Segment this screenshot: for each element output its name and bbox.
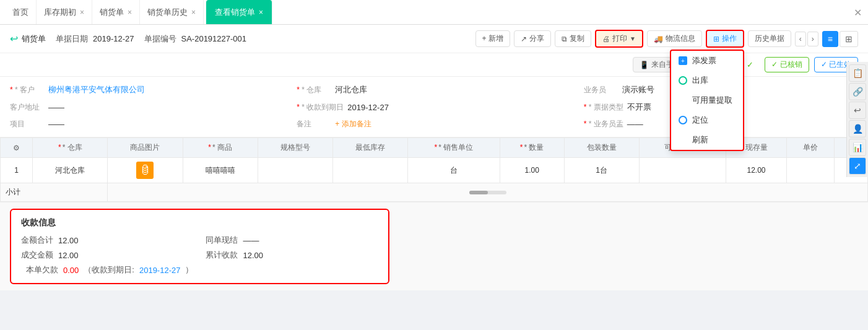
print-icon: 🖨	[602, 35, 610, 43]
row-min-stock	[332, 158, 407, 183]
dropdown-item-locate[interactable]: 定位	[671, 110, 743, 130]
col-product: * 商品	[183, 138, 258, 158]
payment-grid: 金额合计 12.00 同单现结 —— 成交金额 12.00 累计收款 12.00	[21, 235, 378, 276]
close-tab-sales[interactable]: ×	[128, 8, 132, 17]
subtotal-label: 小计	[1, 183, 108, 202]
total-amount-label: 金额合计	[21, 235, 53, 246]
invoice-icon: +	[679, 56, 687, 65]
bottom-area: 收款信息 金额合计 12.00 同单现结 —— 成交金额 12.00 累计收款 …	[0, 202, 868, 290]
project-label: 项目	[10, 119, 45, 129]
panel-btn-1[interactable]: 📋	[849, 64, 866, 82]
window-close-button[interactable]: ✕	[854, 6, 862, 18]
done1-button[interactable]: ✓ 已核销	[765, 57, 809, 72]
share-button[interactable]: ↗ 分享	[514, 30, 551, 47]
panel-btn-5[interactable]: 📊	[849, 139, 866, 156]
add-note-button[interactable]: + 添加备注	[335, 119, 371, 129]
next-button[interactable]: ›	[807, 32, 818, 46]
deal-amount-value: 12.00	[58, 251, 79, 260]
list-view-button[interactable]: ≡	[822, 31, 838, 47]
col-settings[interactable]: ⚙	[1, 138, 33, 158]
current-owed-value: 0.00	[63, 266, 79, 275]
copy-button[interactable]: ⧉ 复制	[555, 30, 591, 47]
row-index: 1	[1, 158, 33, 183]
due-date-value: 2019-12-27	[347, 103, 389, 112]
phone-icon: 📱	[640, 61, 649, 69]
doc-header: ↩ 销货单 单据日期 2019-12-27 单据编号 SA-20191227-0…	[0, 25, 868, 53]
row-pack-qty[interactable]: 1台	[564, 158, 639, 183]
salesman-label: 业务员	[584, 85, 618, 95]
toolbar: + 新增 ↗ 分享 ⧉ 复制 🖨 打印 ▼ 🚚 物流信息 ⊞ 操作	[475, 30, 858, 48]
row-warehouse[interactable]: 河北仓库	[33, 158, 108, 183]
dropdown-item-outbound[interactable]: 出库	[671, 71, 743, 90]
doc-icon: ↩	[10, 33, 18, 45]
due-date-field: * 收款到期日 2019-12-27	[297, 102, 571, 113]
salesman2-label: * 业务员盂	[584, 119, 623, 129]
panel-btn-2[interactable]: 🔗	[849, 83, 866, 100]
locate-icon	[679, 116, 687, 124]
history-button[interactable]: 历史单据	[748, 30, 791, 47]
col-price: 单价	[787, 138, 834, 158]
print-button[interactable]: 🖨 打印 ▼	[595, 30, 643, 48]
customer-field: * 客户 柳州粤港平安气体有限公司	[10, 84, 284, 95]
deal-amount-item: 成交金额 12.00	[21, 250, 193, 261]
right-panel: 📋 🔗 ↩ 👤 📊 ⤢	[846, 62, 868, 177]
close-tab-sales-history[interactable]: ×	[191, 8, 196, 17]
add-button[interactable]: + 新增	[475, 30, 510, 47]
total-amount-value: 12.00	[58, 236, 79, 245]
grid-view-button[interactable]: ⊞	[840, 31, 858, 47]
subtotal-row: 小计	[1, 183, 868, 202]
tab-sales[interactable]: 销货单 ×	[92, 0, 140, 24]
logistics-button[interactable]: 🚚 物流信息	[647, 30, 702, 47]
customer-value[interactable]: 柳州粤港平安气体有限公司	[48, 84, 145, 95]
tab-view-sales[interactable]: 查看销货单 ×	[206, 0, 272, 24]
col-qty: * 数量	[500, 138, 564, 158]
same-order-value: ——	[243, 236, 259, 245]
logistics-icon: 🚚	[654, 35, 663, 43]
table-row: 1 河北仓库 🛢 嘻嘻嘻嘻 台 1.00 1台 12.00 0.	[1, 158, 868, 183]
close-tab-inventory[interactable]: ×	[80, 8, 84, 17]
col-warehouse: * 仓库	[33, 138, 108, 158]
dropdown-item-available[interactable]: 可用量提取	[671, 90, 743, 110]
panel-btn-4[interactable]: 👤	[849, 120, 866, 137]
dropdown-item-refresh[interactable]: 刷新	[671, 130, 743, 150]
ticket-type-label: * 票据类型	[584, 102, 623, 113]
address-value: ——	[48, 103, 64, 112]
prev-button[interactable]: ‹	[795, 32, 806, 46]
ticket-type-value: 不开票	[627, 102, 651, 113]
copy-icon: ⧉	[562, 35, 567, 43]
address-label: 客户地址	[10, 102, 45, 113]
total-collected-item: 累计收款 12.00	[206, 250, 378, 261]
payment-title: 收款信息	[21, 217, 378, 228]
current-owed-label: 本单欠款	[26, 264, 58, 276]
nav-arrows: ‹ ›	[795, 32, 818, 46]
panel-btn-3[interactable]: ↩	[849, 102, 866, 119]
project-field: 项目 ——	[10, 119, 284, 129]
tab-sales-history[interactable]: 销货单历史 ×	[140, 0, 204, 24]
expand-button[interactable]: ⤢	[849, 157, 866, 175]
dropdown-item-invoice[interactable]: + 添发票	[671, 51, 743, 71]
tab-bar: 首页 库存期初 × 销货单 × 销货单历史 × 查看销货单 × ✕	[0, 0, 868, 25]
row-price[interactable]	[787, 158, 834, 183]
settings-icon: ⚙	[13, 144, 20, 152]
view-toggle: ≡ ⊞	[822, 31, 858, 47]
print-dropdown-arrow: ▼	[630, 35, 636, 42]
tab-home[interactable]: 首页	[5, 0, 37, 24]
subtotal-values	[108, 183, 868, 202]
due-date-label: * 收款到期日	[297, 102, 344, 113]
operation-wrapper: ⊞ 操作 + 添发票 出库 可用量提取	[706, 30, 744, 48]
doc-meta: 单据日期 2019-12-27 单据编号 SA-20191227-001	[56, 33, 246, 45]
col-pack-qty: 包装数量	[564, 138, 639, 158]
tab-inventory[interactable]: 库存期初 ×	[37, 0, 92, 24]
row-unit[interactable]: 台	[408, 158, 500, 183]
total-amount-item: 金额合计 12.00	[21, 235, 193, 246]
close-tab-view-sales[interactable]: ×	[259, 8, 263, 17]
payment-info-box: 收款信息 金额合计 12.00 同单现结 —— 成交金额 12.00 累计收款 …	[10, 209, 389, 284]
customer-label: * 客户	[10, 85, 45, 95]
total-collected-label: 累计收款	[206, 250, 238, 261]
row-product[interactable]: 嘻嘻嘻嘻	[183, 158, 258, 183]
operation-button[interactable]: ⊞ 操作	[706, 30, 744, 48]
current-owed-item: 本单欠款 0.00 （收款到期日: 2019-12-27）	[21, 264, 193, 276]
row-qty[interactable]: 1.00	[500, 158, 564, 183]
doc-title-text: 销货单	[22, 33, 46, 45]
row-spec[interactable]	[258, 158, 332, 183]
